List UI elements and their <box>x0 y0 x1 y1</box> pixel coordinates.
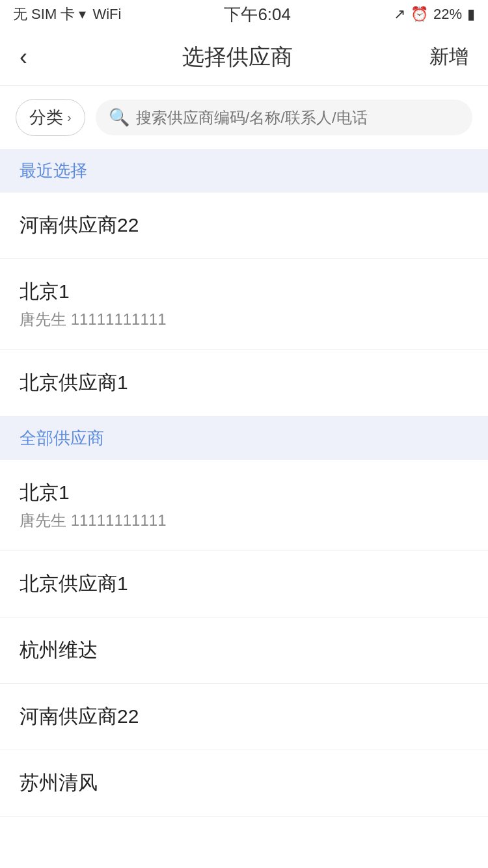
list-item[interactable]: 北京1唐先生 11111111111 <box>0 460 488 551</box>
sim-status: 无 SIM 卡 ▾ <box>13 5 86 24</box>
list-item[interactable]: 河南供应商22 <box>0 684 488 750</box>
list-item[interactable]: 北京供应商1 <box>0 350 488 416</box>
back-button[interactable]: ‹ <box>20 44 59 71</box>
supplier-name: 北京1 <box>20 278 468 305</box>
supplier-contact: 唐先生 11111111111 <box>20 510 468 531</box>
supplier-list: 最近选择河南供应商22北京1唐先生 11111111111北京供应商1全部供应商… <box>0 149 488 817</box>
filter-bar: 分类 › 🔍 <box>0 86 488 149</box>
supplier-name: 杭州维达 <box>20 637 468 664</box>
section-header-all: 全部供应商 <box>0 416 488 460</box>
category-label: 分类 <box>29 106 63 129</box>
battery-icon: ▮ <box>467 6 475 23</box>
search-box: 🔍 <box>96 100 472 135</box>
supplier-contact: 唐先生 11111111111 <box>20 309 468 330</box>
supplier-name: 苏州清风 <box>20 770 468 796</box>
category-button[interactable]: 分类 › <box>16 99 85 136</box>
list-item[interactable]: 苏州清风 <box>0 750 488 817</box>
status-left: 无 SIM 卡 ▾ WiFi <box>13 5 121 24</box>
list-item[interactable]: 北京供应商1 <box>0 551 488 617</box>
supplier-name: 河南供应商22 <box>20 703 468 730</box>
page-title: 选择供应商 <box>182 42 293 72</box>
supplier-name: 北京供应商1 <box>20 370 468 396</box>
add-button[interactable]: 新增 <box>416 44 468 70</box>
wifi-icon: WiFi <box>92 6 121 23</box>
status-right: ↗ ⏰ 22% ▮ <box>394 6 475 23</box>
search-icon: 🔍 <box>109 107 129 128</box>
supplier-name: 河南供应商22 <box>20 212 468 239</box>
status-bar: 无 SIM 卡 ▾ WiFi 下午6:04 ↗ ⏰ 22% ▮ <box>0 0 488 29</box>
search-input[interactable] <box>136 109 459 127</box>
status-time: 下午6:04 <box>224 3 291 26</box>
list-item[interactable]: 河南供应商22 <box>0 193 488 259</box>
supplier-name: 北京1 <box>20 480 468 506</box>
battery-text: 22% <box>433 6 462 23</box>
section-header-recent: 最近选择 <box>0 149 488 193</box>
chevron-right-icon: › <box>67 110 72 125</box>
nav-bar: ‹ 选择供应商 新增 <box>0 29 488 86</box>
supplier-name: 北京供应商1 <box>20 571 468 597</box>
list-item[interactable]: 杭州维达 <box>0 617 488 684</box>
list-item[interactable]: 北京1唐先生 11111111111 <box>0 259 488 350</box>
location-icon: ↗ <box>394 6 405 23</box>
alarm-icon: ⏰ <box>411 6 428 23</box>
